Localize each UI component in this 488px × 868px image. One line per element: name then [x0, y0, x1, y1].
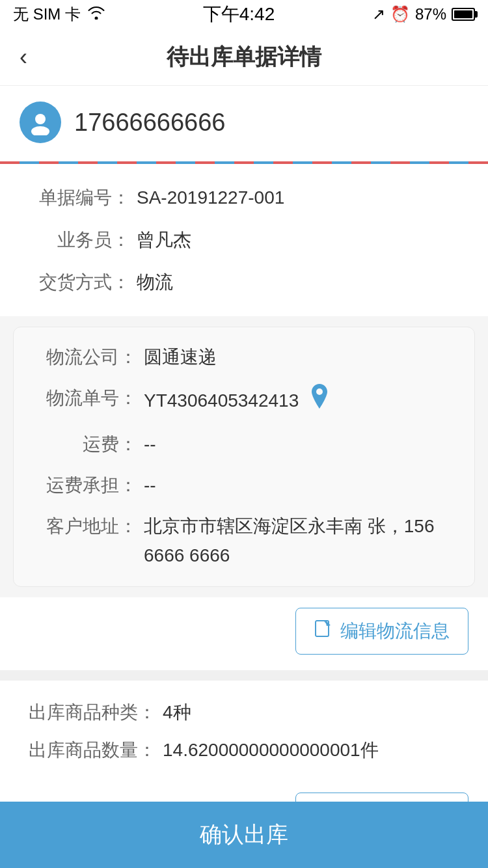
goods-section: 出库商品种类： 4种 出库商品数量： 14.62000000000000001件	[0, 681, 488, 782]
delivery-method-row: 交货方式： 物流	[26, 268, 462, 297]
tracking-location-icon[interactable]	[309, 384, 330, 418]
freight-label: 运费：	[33, 430, 137, 459]
tracking-number-label: 物流单号：	[33, 384, 137, 413]
confirm-button-label: 确认出库	[200, 822, 288, 847]
logistics-company-label: 物流公司：	[33, 343, 137, 372]
status-bar-time: 下午4:42	[203, 2, 275, 27]
goods-quantity-value: 14.62000000000000001件	[156, 738, 379, 763]
page-title: 待出库单据详情	[167, 42, 321, 72]
goods-type-value: 4种	[156, 700, 191, 725]
carrier-label: 无 SIM 卡	[13, 4, 81, 25]
avatar	[20, 102, 61, 143]
goods-quantity-label: 出库商品数量：	[26, 738, 156, 763]
battery-icon	[452, 8, 475, 21]
address-label: 客户地址：	[33, 512, 137, 541]
freight-row: 运费： --	[33, 430, 455, 459]
tracking-number-text: YT4306405342413	[144, 387, 299, 416]
address-row: 客户地址： 北京市市辖区海淀区永丰南 张，156 6666 6666	[33, 512, 455, 571]
confirm-button-bar[interactable]: 确认出库	[0, 802, 488, 868]
logistics-company-value: 圆通速递	[137, 343, 455, 372]
tracking-number-value: YT4306405342413	[137, 384, 455, 418]
goods-type-row: 出库商品种类： 4种	[26, 700, 462, 725]
goods-quantity-row: 出库商品数量： 14.62000000000000001件	[26, 738, 462, 763]
edit-logistics-button[interactable]: 编辑物流信息	[295, 608, 468, 655]
logistics-card: 物流公司： 圆通速递 物流单号： YT4306405342413 运费： -- …	[13, 327, 475, 586]
status-bar: 无 SIM 卡 下午4:42 ↗ ⏰ 87%	[0, 0, 488, 29]
delivery-method-label: 交货方式：	[26, 268, 130, 297]
customer-header: 17666666666	[0, 86, 488, 159]
goods-type-label: 出库商品种类：	[26, 700, 156, 725]
document-number-label: 单据编号：	[26, 183, 130, 213]
logistics-company-row: 物流公司： 圆通速递	[33, 343, 455, 372]
edit-icon	[314, 619, 332, 642]
nav-bar: ‹ 待出库单据详情	[0, 29, 488, 86]
edit-logistics-label: 编辑物流信息	[340, 619, 450, 644]
location-status-icon: ↗	[372, 5, 385, 23]
svg-point-0	[35, 114, 46, 124]
status-bar-right: ↗ ⏰ 87%	[372, 5, 475, 23]
edit-btn-row: 编辑物流信息	[0, 597, 488, 670]
status-bar-left: 无 SIM 卡	[13, 4, 105, 25]
basic-info-section: 单据编号： SA-20191227-001 业务员： 曾凡杰 交货方式： 物流	[0, 164, 488, 316]
freight-value: --	[137, 430, 455, 459]
freight-bear-value: --	[137, 471, 455, 500]
section-divider-1	[0, 670, 488, 681]
document-number-value: SA-20191227-001	[130, 183, 462, 213]
salesman-label: 业务员：	[26, 226, 130, 255]
svg-point-1	[31, 126, 49, 135]
document-number-row: 单据编号： SA-20191227-001	[26, 183, 462, 213]
delivery-method-value: 物流	[130, 268, 462, 297]
alarm-icon: ⏰	[390, 5, 410, 23]
freight-bear-row: 运费承担： --	[33, 471, 455, 500]
salesman-row: 业务员： 曾凡杰	[26, 226, 462, 255]
freight-bear-label: 运费承担：	[33, 471, 137, 500]
tracking-number-row: 物流单号： YT4306405342413	[33, 384, 455, 418]
address-value: 北京市市辖区海淀区永丰南 张，156 6666 6666	[137, 512, 455, 571]
back-button[interactable]: ‹	[20, 44, 27, 71]
battery-label: 87%	[415, 5, 446, 23]
salesman-value: 曾凡杰	[130, 226, 462, 255]
customer-phone: 17666666666	[74, 109, 225, 137]
rainbow-divider	[0, 159, 488, 164]
wifi-icon	[87, 5, 105, 23]
